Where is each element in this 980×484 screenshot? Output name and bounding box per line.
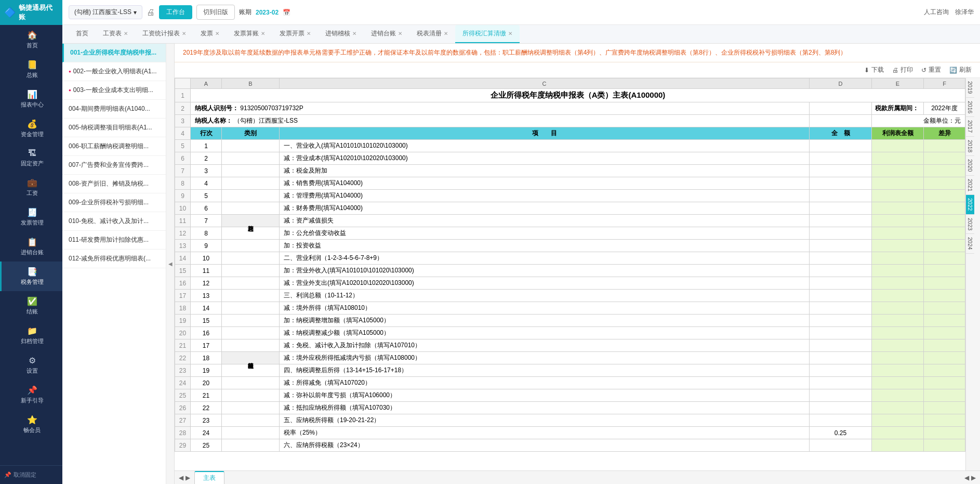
- profit-20[interactable]: [872, 389, 924, 402]
- company-selector[interactable]: (勾稽) 江西服宝-LSS ▾: [69, 5, 142, 19]
- line-10[interactable]: 11: [191, 265, 222, 277]
- line-5[interactable]: 6: [191, 202, 222, 215]
- item-15[interactable]: 减：纳税调整减少额（填写A105000）: [280, 327, 810, 339]
- sheet-tab-主表[interactable]: 主表: [194, 471, 224, 484]
- tab-3[interactable]: 发票✕: [193, 25, 227, 43]
- diff-3[interactable]: [924, 177, 965, 190]
- sidebar-item-archive[interactable]: 📁归档管理: [0, 321, 62, 350]
- profit-13[interactable]: [872, 302, 924, 315]
- line-12[interactable]: 13: [191, 290, 222, 302]
- item-22[interactable]: 五、应纳税所得额（19-20-21-22）: [280, 414, 810, 427]
- diff-12[interactable]: [924, 290, 965, 302]
- profit-11[interactable]: [872, 277, 924, 290]
- diff-14[interactable]: [924, 315, 965, 327]
- amount-20[interactable]: [810, 389, 872, 402]
- tab-close-3[interactable]: ✕: [215, 31, 219, 36]
- amount-13[interactable]: [810, 302, 872, 315]
- profit-12[interactable]: [872, 290, 924, 302]
- line-17[interactable]: 18: [191, 352, 222, 364]
- list-item-001[interactable]: 001-企业所得税年度纳税申报...: [62, 44, 166, 62]
- unpin-button[interactable]: 📌 取消固定: [0, 465, 62, 484]
- sidebar-item-settle[interactable]: ✅结账: [0, 291, 62, 321]
- year-2019[interactable]: 2019: [966, 78, 974, 97]
- list-item-003[interactable]: ●003-一般企业成本支出明细...: [62, 81, 166, 100]
- next-sheet-btn[interactable]: ▶: [186, 474, 190, 481]
- sidebar-item-home[interactable]: 🏠首页: [0, 25, 62, 55]
- year-2023[interactable]: 2023: [966, 215, 974, 234]
- line-15[interactable]: 16: [191, 327, 222, 339]
- reset-button[interactable]: ↺ 重置: [921, 66, 941, 74]
- profit-18[interactable]: [872, 364, 924, 377]
- diff-17[interactable]: [924, 352, 965, 364]
- scroll-left-btn[interactable]: ◀: [964, 474, 969, 481]
- line-8[interactable]: 9: [191, 240, 222, 252]
- amount-6[interactable]: [810, 215, 872, 227]
- amount-2[interactable]: [810, 165, 872, 177]
- profit-19[interactable]: [872, 377, 924, 389]
- item-21[interactable]: 减：抵扣应纳税所得额（填写A107030）: [280, 402, 810, 414]
- line-14[interactable]: 15: [191, 315, 222, 327]
- tab-close-8[interactable]: ✕: [444, 31, 448, 36]
- tab-close-2[interactable]: ✕: [182, 31, 186, 36]
- tab-close-5[interactable]: ✕: [307, 31, 311, 36]
- list-item-010[interactable]: 010-免税、减计收入及加计...: [62, 212, 166, 231]
- diff-13[interactable]: [924, 302, 965, 315]
- year-2021[interactable]: 2021: [966, 176, 974, 195]
- diff-8[interactable]: [924, 240, 965, 252]
- profit-16[interactable]: [872, 339, 924, 352]
- sidebar-item-member[interactable]: ⭐畅会员: [0, 410, 62, 439]
- sidebar-item-ledger[interactable]: 📒总账: [0, 55, 62, 84]
- diff-4[interactable]: [924, 190, 965, 202]
- diff-0[interactable]: [924, 140, 965, 152]
- diff-1[interactable]: [924, 152, 965, 165]
- line-1[interactable]: 2: [191, 152, 222, 165]
- diff-10[interactable]: [924, 265, 965, 277]
- item-0[interactable]: 一、营业收入(填写A101010\101020\103000): [280, 140, 810, 152]
- list-item-008[interactable]: 008-资产折旧、摊销及纳税...: [62, 175, 166, 193]
- line-22[interactable]: 23: [191, 414, 222, 427]
- item-9[interactable]: 二、营业利润（1-2-3-4-5-6-7-8+9）: [280, 252, 810, 265]
- item-3[interactable]: 减：销售费用(填写A104000): [280, 177, 810, 190]
- line-19[interactable]: 20: [191, 377, 222, 389]
- line-3[interactable]: 4: [191, 177, 222, 190]
- tab-close-4[interactable]: ✕: [261, 31, 265, 36]
- year-2022[interactable]: 2022: [966, 195, 974, 214]
- amount-3[interactable]: [810, 177, 872, 190]
- list-item-004[interactable]: 004-期间费用明细表(A1040...: [62, 100, 166, 119]
- user-service[interactable]: 人工咨询: [924, 8, 949, 17]
- list-item-002[interactable]: ●002-一般企业收入明细表(A1...: [62, 62, 166, 81]
- tab-4[interactable]: 发票算账✕: [227, 25, 272, 43]
- profit-4[interactable]: [872, 190, 924, 202]
- tab-6[interactable]: 进销稽核✕: [318, 25, 364, 43]
- amount-21[interactable]: [810, 402, 872, 414]
- line-0[interactable]: 1: [191, 140, 222, 152]
- diff-15[interactable]: [924, 327, 965, 339]
- tab-9[interactable]: 所得税汇算清缴✕: [455, 25, 520, 43]
- profit-14[interactable]: [872, 315, 924, 327]
- tab-close-7[interactable]: ✕: [398, 31, 402, 36]
- item-16[interactable]: 减：免税、减计收入及加计扣除（填写A107010）: [280, 339, 810, 352]
- tab-close-6[interactable]: ✕: [352, 31, 356, 36]
- item-12[interactable]: 三、利润总额（10-11-12）: [280, 290, 810, 302]
- item-24[interactable]: 六、应纳所得税额（23×24）: [280, 439, 810, 452]
- diff-20[interactable]: [924, 389, 965, 402]
- tab-0[interactable]: 首页: [69, 25, 96, 43]
- amount-8[interactable]: [810, 240, 872, 252]
- item-19[interactable]: 减：所得减免（填写A107020）: [280, 377, 810, 389]
- profit-1[interactable]: [872, 152, 924, 165]
- line-18[interactable]: 19: [191, 364, 222, 377]
- profit-9[interactable]: [872, 252, 924, 265]
- amount-22[interactable]: [810, 414, 872, 427]
- amount-9[interactable]: [810, 252, 872, 265]
- line-20[interactable]: 21: [191, 389, 222, 402]
- spreadsheet-container[interactable]: A B C D E F 1企业所得税年度纳税申报表（A类）主表(A100000)…: [175, 78, 965, 470]
- amount-7[interactable]: [810, 227, 872, 240]
- list-item-007[interactable]: 007-广告费和业务宣传费跨...: [62, 156, 166, 175]
- item-11[interactable]: 减：营业外支出(填写A102010\102020\103000): [280, 277, 810, 290]
- sidebar-item-inout[interactable]: 📋进销台账: [0, 232, 62, 261]
- item-4[interactable]: 减：管理费用(填写A104000): [280, 190, 810, 202]
- diff-22[interactable]: [924, 414, 965, 427]
- line-16[interactable]: 17: [191, 339, 222, 352]
- diff-6[interactable]: [924, 215, 965, 227]
- profit-15[interactable]: [872, 327, 924, 339]
